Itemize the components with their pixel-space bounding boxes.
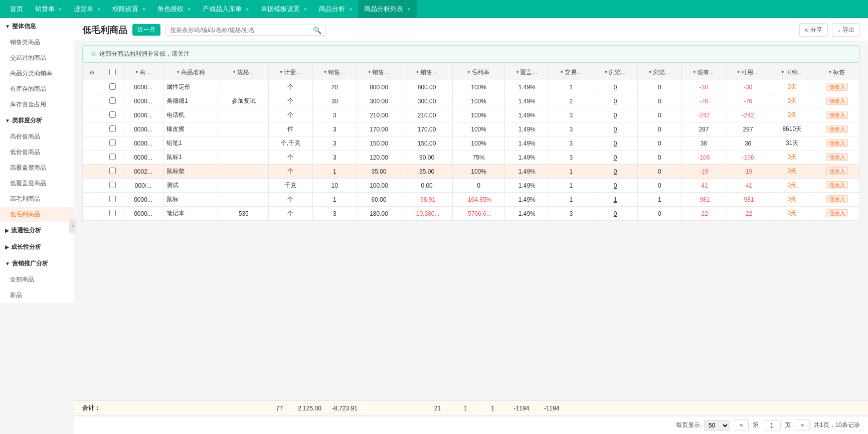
row-check[interactable] [109,111,116,118]
filter-recent-month-btn[interactable]: 近一月 [132,24,160,36]
sidebar-item-capital[interactable]: 库存资金占用 [0,97,74,112]
row-sellable: 0天 [770,80,814,94]
sidebar-group-cluster[interactable]: ▼ 类群度分析 [0,112,74,129]
row-checkbox[interactable] [102,108,123,122]
row-check[interactable] [109,182,116,188]
sidebar-item-high-value[interactable]: 高价值商品 [0,129,74,144]
nav-home[interactable]: 首页 [4,0,29,18]
row-check[interactable] [109,210,116,216]
row-checkbox[interactable] [102,94,123,108]
nav-template[interactable]: 单据模板设置 × [255,0,313,18]
row-checkbox[interactable] [102,80,123,94]
sidebar-item-high-coverage[interactable]: 高覆盖度商品 [0,160,74,176]
nav-sales-close[interactable]: × [59,6,62,12]
row-check[interactable] [109,83,116,90]
sidebar-item-low-value[interactable]: 低价值商品 [0,144,74,160]
nav-goods-analysis-list[interactable]: 商品分析列表 × [358,0,416,18]
nav-permission-close[interactable]: × [142,6,145,12]
row-check[interactable] [109,196,116,202]
prev-page-btn[interactable]: ＜ [734,419,749,431]
row-current-stock: -242 [681,108,726,122]
per-page-select[interactable]: 50 100 [704,420,730,431]
nav-template-close[interactable]: × [304,6,307,12]
collapse-sidebar-btn[interactable]: « [69,219,76,233]
sidebar-item-category-rate[interactable]: 商品分类助销率 [0,66,74,81]
sidebar-item-sales-goods[interactable]: 销售类商品 [0,35,74,50]
row-transactions: 2 [549,94,593,108]
row-views1[interactable]: 0 [593,108,637,122]
sidebar-group-circulation[interactable]: ▶ 流通性分析 [0,222,74,239]
row-check[interactable] [109,139,116,146]
nav-goods-analysis-list-close[interactable]: × [407,6,410,12]
sidebar-group-marketing[interactable]: ▼ 营销推广分析 [0,255,74,272]
sidebar-group-overall-label: 整体信息 [12,22,36,31]
next-page-btn[interactable]: ＞ [795,419,810,431]
row-cover-rate: 1.49% [505,179,549,193]
row-checkbox[interactable] [102,165,123,179]
row-checkbox[interactable] [102,193,123,207]
sidebar-item-low-margin[interactable]: 低毛利商品 [0,207,74,222]
row-check[interactable] [109,168,116,174]
row-gross-rate: -164.85% [453,193,505,207]
row-spec [219,179,268,193]
row-cover-rate: 1.49% [505,165,549,179]
row-views1[interactable]: 0 [593,165,637,179]
nav-product-entry-close[interactable]: × [246,6,249,12]
row-views1[interactable]: 0 [593,122,637,136]
row-sales-amount: 35.00 [401,165,453,179]
col-settings[interactable]: ⚙ [83,65,102,80]
row-views1[interactable]: 0 [593,151,637,165]
nav-product-entry[interactable]: 产成品入库单 × [197,0,255,18]
total-current-stock: -1194 [506,405,537,412]
row-check[interactable] [109,97,116,104]
sidebar-item-high-margin[interactable]: 高毛利商品 [0,191,74,207]
row-checkbox[interactable] [102,179,123,193]
total-sales-qty: 77 [266,405,293,412]
sidebar-item-low-coverage[interactable]: 低覆盖度商品 [0,176,74,191]
sidebar-item-traded-goods[interactable]: 交易过的商品 [0,50,74,66]
col-checkbox[interactable] [102,65,123,80]
export-btn[interactable]: ↓ 导出 [832,23,860,37]
row-check[interactable] [109,154,116,160]
sidebar-item-new-goods[interactable]: 新品 [0,287,74,303]
sidebar-group-overall[interactable]: ▼ 整体信息 [0,18,74,35]
row-checkbox[interactable] [102,151,123,165]
table-row: 0000... 属性定价 个 20 800.00 800.00 100% 1.4… [83,80,860,94]
row-views1[interactable]: 1 [593,193,637,207]
nav-permission[interactable]: 权限设置 × [106,0,151,18]
row-gross-rate: 100% [453,122,505,136]
row-cover-rate: 1.49% [505,94,549,108]
row-check[interactable] [109,125,116,132]
row-current-stock: 287 [681,122,726,136]
total-info: 共1页，10条记录 [814,421,860,429]
sidebar-item-stocked-goods[interactable]: 有库存的商品 [0,81,74,97]
row-views1[interactable]: 0 [593,207,637,221]
row-views2: 0 [637,165,681,179]
nav-goods-analysis-close[interactable]: × [349,6,352,12]
nav-sales[interactable]: 销货单 × [29,0,68,18]
row-views1[interactable]: 0 [593,136,637,151]
nav-purchase[interactable]: 进货单 × [68,0,106,18]
nav-role[interactable]: 角色授权 × [151,0,197,18]
page-input[interactable] [763,420,781,430]
nav-goods-analysis[interactable]: 商品分析 × [313,0,358,18]
row-views1[interactable]: 0 [593,94,637,108]
row-views1[interactable]: 0 [593,80,637,94]
row-checkbox[interactable] [102,122,123,136]
total-sales-amount: -8,723.91 [326,405,364,412]
select-all-checkbox[interactable] [109,69,116,75]
row-checkbox[interactable] [102,136,123,151]
share-btn[interactable]: ⎋ 分享 [799,23,828,37]
row-checkbox[interactable] [102,207,123,221]
row-sales-amount: 90.00 [401,151,453,165]
row-spec [219,136,268,151]
search-icon[interactable]: 🔍 [313,26,321,34]
nav-purchase-close[interactable]: × [97,6,100,12]
row-views1[interactable]: 0 [593,179,637,193]
row-current-stock: 36 [681,136,726,151]
sidebar-item-all-goods[interactable]: 全部商品 [0,272,74,287]
sidebar-group-growth[interactable]: ▶ 成长性分析 [0,239,74,255]
row-settings [83,179,102,193]
nav-role-close[interactable]: × [188,6,191,12]
search-input[interactable] [170,27,313,34]
